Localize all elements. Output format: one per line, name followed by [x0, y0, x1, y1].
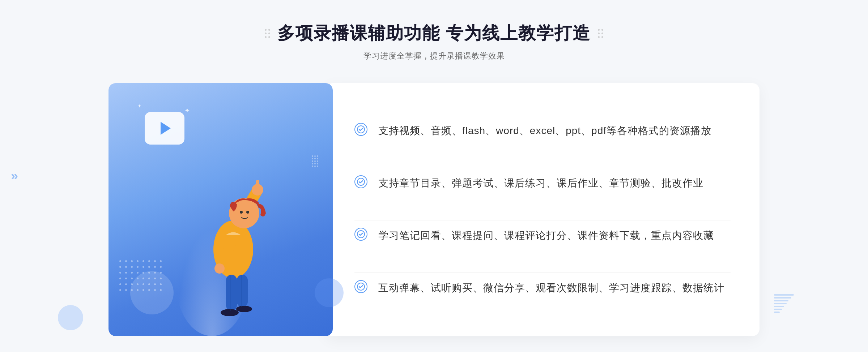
deco-dot	[601, 33, 603, 34]
grid-dot	[125, 283, 127, 285]
grid-dot	[142, 260, 144, 262]
deco-dot	[265, 33, 267, 34]
feature-item-4: 互动弹幕、试听购买、微信分享、观看次数限制、学习进度跟踪、数据统计	[354, 272, 731, 304]
feature-item-1: 支持视频、音频、flash、word、excel、ppt、pdf等各种格式的资源…	[354, 116, 731, 146]
lines-decoration	[312, 155, 318, 168]
grid-dot	[160, 266, 162, 268]
deco-dot	[265, 29, 267, 31]
grid-dot	[125, 260, 127, 262]
deco-dot	[268, 33, 270, 34]
circle-decoration-1	[130, 271, 174, 314]
check-circle-4	[354, 280, 367, 293]
grid-dot	[125, 278, 127, 279]
title-row: 多项录播课辅助功能 专为线上教学打造	[265, 22, 603, 45]
check-icon-4	[357, 283, 365, 291]
svg-rect-3	[226, 275, 237, 311]
feature-text-1: 支持视频、音频、flash、word、excel、ppt、pdf等各种格式的资源…	[378, 123, 711, 139]
sparkle-icon-2: ✦	[184, 107, 190, 115]
grid-dot	[119, 266, 121, 268]
grid-dot	[125, 289, 127, 291]
grid-dot	[154, 266, 156, 268]
grid-dot	[131, 260, 133, 262]
check-icon-1	[357, 125, 365, 133]
feature-item-3: 学习笔记回看、课程提问、课程评论打分、课件资料下载，重点内容收藏	[354, 220, 731, 251]
play-icon	[161, 122, 171, 135]
check-circle-1	[354, 123, 367, 136]
grid-dot	[131, 266, 133, 268]
grid-dot	[125, 272, 127, 274]
deco-dot	[598, 36, 600, 38]
deco-dot	[601, 36, 603, 38]
header-section: 多项录播课辅助功能 专为线上教学打造 学习进度全掌握，提升录播课教学效果	[265, 22, 603, 61]
feature-text-4: 互动弹幕、试听购买、微信分享、观看次数限制、学习进度跟踪、数据统计	[378, 280, 724, 296]
svg-rect-11	[256, 180, 259, 190]
grid-dot	[119, 289, 121, 291]
page-wrapper: 多项录播课辅助功能 专为线上教学打造 学习进度全掌握，提升录播课教学效果	[0, 0, 868, 352]
left-arrow-decoration: »	[11, 168, 18, 184]
content-panel: 支持视频、音频、flash、word、excel、ppt、pdf等各种格式的资源…	[326, 83, 760, 336]
person-illustration	[170, 126, 297, 336]
grid-dot	[119, 278, 121, 279]
subtitle: 学习进度全掌握，提升录播课教学效果	[265, 51, 603, 61]
svg-point-9	[246, 211, 249, 214]
grid-dot	[148, 260, 150, 262]
grid-dot	[119, 260, 121, 262]
grid-dot	[142, 266, 144, 268]
svg-rect-4	[237, 275, 248, 307]
check-icon-2	[357, 178, 365, 186]
circle-decoration-bottom-left	[58, 305, 83, 330]
illustration-card: ✦ ✦	[109, 83, 333, 336]
grid-dot	[125, 266, 127, 268]
svg-point-6	[236, 306, 252, 312]
deco-dot	[268, 29, 270, 31]
check-circle-3	[354, 228, 367, 241]
svg-point-14	[214, 263, 225, 274]
main-title: 多项录播课辅助功能 专为线上教学打造	[277, 22, 590, 45]
check-circle-2	[354, 175, 367, 188]
feature-text-3: 学习笔记回看、课程提问、课程评论打分、课件资料下载，重点内容收藏	[378, 228, 714, 244]
content-area: ✦ ✦	[109, 83, 760, 336]
deco-dot	[598, 29, 600, 31]
feature-text-2: 支持章节目录、弹题考试、课后练习、课后作业、章节测验、批改作业	[378, 175, 703, 192]
deco-dot	[268, 36, 270, 38]
grid-dot	[137, 260, 139, 262]
feature-item-2: 支持章节目录、弹题考试、课后练习、课后作业、章节测验、批改作业	[354, 168, 731, 199]
circle-decoration-2	[315, 278, 344, 307]
check-icon-3	[357, 230, 365, 238]
grid-dot	[160, 260, 162, 262]
stripe-decoration	[774, 294, 796, 323]
grid-dot	[131, 272, 133, 274]
grid-dot	[137, 272, 139, 274]
sparkle-icon-1: ✦	[137, 103, 142, 109]
deco-dot	[598, 33, 600, 34]
svg-point-8	[240, 211, 243, 214]
deco-dots-right	[598, 29, 603, 38]
deco-dots-left	[265, 29, 270, 38]
grid-dot	[154, 260, 156, 262]
deco-dot	[265, 36, 267, 38]
grid-dot	[131, 278, 133, 279]
deco-dot	[601, 29, 603, 31]
grid-dot	[148, 266, 150, 268]
grid-dot	[119, 272, 121, 274]
svg-point-5	[221, 309, 239, 316]
grid-dot	[119, 283, 121, 285]
grid-dot	[137, 266, 139, 268]
